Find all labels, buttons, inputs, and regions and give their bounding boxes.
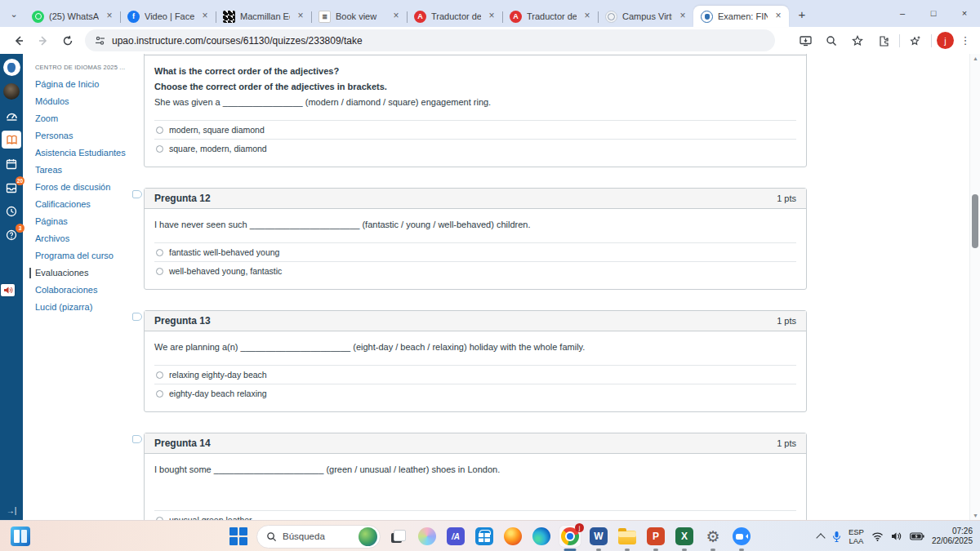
browser-tab-examen-final-e[interactable]: Examen: FINAL E× xyxy=(693,6,789,27)
back-button[interactable] xyxy=(8,30,29,51)
taskbar-app-excel[interactable]: X xyxy=(674,526,695,547)
help-icon[interactable]: 3 xyxy=(2,227,20,243)
wifi-icon[interactable] xyxy=(871,531,884,541)
radio-button-icon[interactable] xyxy=(156,390,163,398)
scrollbar-thumb[interactable] xyxy=(972,194,978,248)
browser-tab-macmillan-educa[interactable]: Macmillan Educa× xyxy=(216,6,311,27)
sidebar-item-zoom[interactable]: Zoom xyxy=(35,113,126,124)
url-text[interactable]: upao.instructure.com/courses/61130/quizz… xyxy=(112,35,363,47)
new-tab-button[interactable]: + xyxy=(791,3,813,24)
tab-close-icon[interactable]: × xyxy=(581,11,593,22)
tab-close-icon[interactable]: × xyxy=(104,11,115,22)
widgets-icon[interactable] xyxy=(11,527,30,546)
language-indicator[interactable]: ESP LAA xyxy=(849,527,864,545)
sidebar-item-lucid-pizarra[interactable]: Lucid (pizarra) xyxy=(35,302,126,313)
dashboard-icon[interactable] xyxy=(2,107,20,123)
expand-nav-icon[interactable]: →| xyxy=(0,506,23,515)
tab-close-icon[interactable]: × xyxy=(677,11,688,22)
reading-list-star-icon[interactable] xyxy=(905,30,926,51)
sidebar-item-personas[interactable]: Personas xyxy=(35,131,126,141)
sidebar-item-programa-del-curso[interactable]: Programa del curso xyxy=(35,251,126,261)
radio-button-icon[interactable] xyxy=(156,371,163,379)
sidebar-item-archivos[interactable]: Archivos xyxy=(35,233,126,244)
taskbar-app-powerpoint[interactable]: P xyxy=(645,526,666,547)
answer-option[interactable]: well-behaved young, fantastic xyxy=(154,261,796,280)
history-clock-icon[interactable] xyxy=(2,203,20,220)
answer-option[interactable]: relaxing eighty-day beach xyxy=(154,365,796,384)
tab-close-icon[interactable]: × xyxy=(199,11,211,22)
answer-option[interactable]: modern, square diamond xyxy=(154,120,796,139)
tab-close-icon[interactable]: × xyxy=(486,11,497,22)
taskbar-app-zoom-app[interactable] xyxy=(731,526,752,547)
sidebar-item-tareas[interactable]: Tareas xyxy=(35,165,126,176)
browser-tab-video-facebook[interactable]: fVideo | Facebook× xyxy=(120,6,216,27)
answer-option[interactable]: fantastic well-behaved young xyxy=(154,242,796,261)
sidebar-item-foros-de-discusion[interactable]: Foros de discusión xyxy=(35,182,126,193)
chrome-menu-icon[interactable]: ⋮ xyxy=(959,34,972,47)
maximize-button[interactable]: □ xyxy=(918,0,949,27)
sidebar-item-pagina-de-inicio[interactable]: Página de Inicio xyxy=(35,79,126,90)
tab-close-icon[interactable]: × xyxy=(390,11,402,22)
sidebar-item-paginas[interactable]: Páginas xyxy=(35,216,126,227)
browser-tab-traductor-de-fot[interactable]: ATraductor de fot× xyxy=(502,6,598,27)
inbox-icon[interactable]: 20 xyxy=(2,180,20,196)
taskbar-app-chrome[interactable]: j xyxy=(559,526,581,547)
sidebar-item-asistencia-estudiantes[interactable]: Asistencia Estudiantes xyxy=(35,148,126,158)
flag-question-icon[interactable] xyxy=(132,190,142,198)
volume-icon[interactable] xyxy=(891,531,902,541)
browser-tab-25-whatsapp-b[interactable]: (25) WhatsApp B× xyxy=(24,6,120,27)
sidebar-item-colaboraciones[interactable]: Colaboraciones xyxy=(35,285,126,295)
taskbar-app-copilot[interactable] xyxy=(416,526,438,547)
minimize-button[interactable]: – xyxy=(887,0,918,27)
answer-option[interactable]: eighty-day beach relaxing xyxy=(154,384,796,402)
scrollbar-up-icon[interactable]: ▲ xyxy=(970,56,980,61)
profile-avatar[interactable]: j xyxy=(937,32,954,49)
bookmark-star-icon[interactable] xyxy=(847,30,868,51)
taskbar-app-word[interactable]: W xyxy=(588,526,609,547)
taskbar-app-edge[interactable] xyxy=(531,526,552,547)
start-button[interactable] xyxy=(228,526,249,547)
screen-reader-speaker-icon[interactable] xyxy=(1,284,15,296)
taskbar-app-task-view[interactable] xyxy=(388,526,409,547)
taskbar-app-file-explorer[interactable] xyxy=(617,526,638,547)
scrollbar-down-icon[interactable]: ▼ xyxy=(970,513,980,518)
scrollbar[interactable]: ▲ ▼ xyxy=(969,54,980,520)
browser-tab-book-view[interactable]: Book view× xyxy=(311,6,407,27)
reload-button[interactable] xyxy=(57,30,78,51)
radio-button-icon[interactable] xyxy=(156,268,163,275)
flag-question-icon[interactable] xyxy=(132,313,142,321)
forward-button[interactable] xyxy=(33,30,54,51)
hidden-icons-chevron-icon[interactable] xyxy=(817,532,825,540)
close-button[interactable]: × xyxy=(949,0,980,27)
account-avatar[interactable] xyxy=(3,83,20,100)
courses-book-icon[interactable] xyxy=(2,131,21,149)
taskbar-app-settings[interactable]: ⚙ xyxy=(702,526,724,547)
tab-search-chevron-icon[interactable]: ⌄ xyxy=(3,3,24,24)
microphone-icon[interactable] xyxy=(832,531,841,543)
flag-question-icon[interactable] xyxy=(132,435,142,443)
taskbar-app-microsoft-store[interactable] xyxy=(474,526,495,547)
sidebar-item-evaluaciones[interactable]: Evaluaciones xyxy=(29,268,126,278)
battery-icon[interactable] xyxy=(910,532,924,540)
tab-close-icon[interactable]: × xyxy=(295,11,306,22)
radio-button-icon[interactable] xyxy=(156,145,163,153)
site-info-icon[interactable] xyxy=(95,35,105,46)
radio-button-icon[interactable] xyxy=(156,127,163,134)
extensions-icon[interactable] xyxy=(873,30,894,51)
taskbar-app-firefox[interactable] xyxy=(502,526,523,547)
answer-option[interactable]: unusual green leather xyxy=(154,510,796,520)
radio-button-icon[interactable] xyxy=(156,249,163,256)
answer-option[interactable]: square, modern, diamond xyxy=(154,139,796,158)
clock-indicator[interactable]: 07:26 22/06/2025 xyxy=(932,527,973,546)
browser-tab-campus-virtual-u[interactable]: Campus Virtual U× xyxy=(598,6,693,27)
course-name-label[interactable]: CENTRO DE IDIOMAS 2025 ... xyxy=(35,64,126,71)
browser-tab-traductor-de-fot[interactable]: ATraductor de fot× xyxy=(407,6,502,27)
upao-logo-icon[interactable] xyxy=(3,59,20,76)
taskbar-search[interactable]: Búsqueda xyxy=(256,525,381,549)
bing-daily-image[interactable] xyxy=(359,527,377,546)
tab-close-icon[interactable]: × xyxy=(773,11,784,22)
install-app-icon[interactable] xyxy=(795,30,816,51)
sidebar-item-calificaciones[interactable]: Calificaciones xyxy=(35,199,126,210)
calendar-icon[interactable] xyxy=(2,156,20,172)
sidebar-item-modulos[interactable]: Módulos xyxy=(35,96,126,107)
